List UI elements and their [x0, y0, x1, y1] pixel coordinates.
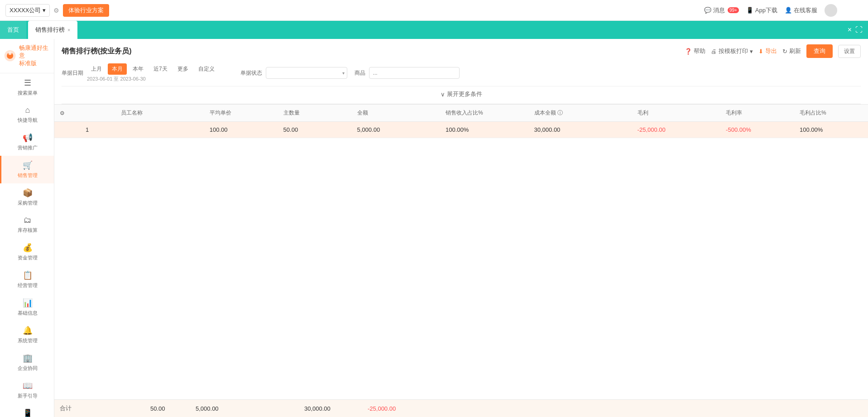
date-btn-自定义[interactable]: 自定义: [194, 63, 219, 75]
table-row: 1100.0050.005,000.00100.00%30,000.00-25,…: [54, 122, 868, 138]
cell-settings: [54, 122, 80, 138]
col-header-settings[interactable]: ⚙: [54, 105, 80, 122]
inventory-icon: 🗂: [24, 216, 32, 225]
sidebar-item-app-center[interactable]: 📱 应用中心: [0, 404, 54, 417]
enterprise-icon: 🏢: [23, 353, 33, 363]
tab-sales-ranking[interactable]: 销售排行榜 ×: [28, 21, 77, 39]
col-header-qty: 主数量: [278, 105, 352, 122]
sidebar-item-basic-info[interactable]: 📊 基础信息: [0, 293, 54, 321]
footer-sales-pct: [250, 405, 304, 412]
date-range: 2023-06-01 至 2023-06-30: [87, 76, 219, 82]
sidebar-item-search[interactable]: ☰ 搜索菜单: [0, 73, 54, 101]
service-icon: 👤: [785, 7, 792, 14]
sidebar-logo: 畅康通好生意 标准版: [0, 39, 54, 73]
system-label: 系统管理: [18, 337, 38, 344]
cell-gross: -25,000.00: [632, 122, 721, 138]
filter-bar: 单据日期 上月本月本年近7天更多自定义 2023-06-01 至 2023-06…: [62, 63, 861, 104]
date-btn-本月[interactable]: 本月: [108, 63, 127, 75]
header-right: 💬 消息 99+ 📱 App下载 👤 在线客服: [704, 4, 863, 17]
date-btn-更多[interactable]: 更多: [173, 63, 192, 75]
status-select[interactable]: [266, 67, 347, 79]
export-icon: ⬇: [758, 48, 763, 55]
marketing-icon: 📢: [23, 133, 33, 143]
status-filter: 单据状态 ▾: [240, 67, 347, 79]
col-header-sales_pct: 销售收入占比%: [440, 105, 529, 122]
date-btn-本年[interactable]: 本年: [129, 63, 148, 75]
tab-home[interactable]: 首页: [0, 21, 26, 39]
print-icon: 🖨: [711, 48, 717, 55]
table-head: ⚙员工名称平均单价主数量全额销售收入占比%成本全额 ⓘ毛利毛利率毛利占比%: [54, 105, 868, 122]
page-title-row: 销售排行榜(按业务员) ❓ 帮助 🖨 按模板打印 ▾ ⬇ 导出: [62, 44, 861, 58]
sidebar-item-guide[interactable]: 📖 新手引导: [0, 376, 54, 404]
sidebar-item-system[interactable]: 🔔 系统管理: [0, 321, 54, 349]
sidebar-item-marketing[interactable]: 📢 营销推广: [0, 128, 54, 156]
footer-qty: 50.00: [150, 405, 196, 412]
expand-button[interactable]: ∨ 展开更多条件: [62, 86, 861, 98]
export-button[interactable]: ⬇ 导出: [758, 47, 777, 55]
date-filter: 单据日期 上月本月本年近7天更多自定义 2023-06-01 至 2023-06…: [62, 63, 219, 82]
cell-avg-price: 100.00: [204, 122, 278, 138]
data-table: ⚙员工名称平均单价主数量全额销售收入占比%成本全额 ⓘ毛利毛利率毛利占比% 11…: [54, 105, 868, 138]
print-dropdown-icon: ▾: [750, 48, 753, 55]
settings-icon[interactable]: ⚙: [53, 7, 59, 14]
print-button[interactable]: 🖨 按模板打印 ▾: [711, 47, 753, 55]
footer-values: 50.00 5,000.00 30,000.00 -25,000.00: [96, 405, 863, 412]
footer-cost: 30,000.00: [304, 405, 368, 412]
app-download-button[interactable]: 📱 App下载: [746, 6, 777, 14]
status-label: 单据状态: [240, 69, 262, 77]
svg-point-2: [9, 52, 12, 55]
marketing-label: 营销推广: [18, 144, 38, 151]
sidebar-item-purchase[interactable]: 📦 采购管理: [0, 183, 54, 211]
table-container: ⚙员工名称平均单价主数量全额销售收入占比%成本全额 ⓘ毛利毛利率毛利占比% 11…: [54, 105, 868, 399]
refresh-button[interactable]: ↻ 刷新: [782, 47, 801, 55]
finance-icon: 💰: [23, 243, 33, 253]
cell-margin: -500.00%: [720, 122, 794, 138]
sidebar-item-enterprise[interactable]: 🏢 企业协同: [0, 349, 54, 376]
avatar[interactable]: [825, 4, 837, 17]
purchase-label: 采购管理: [18, 200, 38, 206]
col-header-rank: [80, 105, 115, 122]
sidebar-item-operations[interactable]: 📋 经营管理: [0, 266, 54, 293]
message-label: 消息: [713, 6, 725, 14]
footer-label: 合计: [60, 404, 96, 412]
table-header-row: ⚙员工名称平均单价主数量全额销售收入占比%成本全额 ⓘ毛利毛利率毛利占比%: [54, 105, 868, 122]
date-buttons: 上月本月本年近7天更多自定义 2023-06-01 至 2023-06-30: [87, 63, 219, 82]
search-label: 搜索菜单: [18, 90, 38, 96]
query-button[interactable]: 查询: [806, 44, 833, 58]
content-area: 销售排行榜(按业务员) ❓ 帮助 🖨 按模板打印 ▾ ⬇ 导出: [54, 39, 868, 417]
sidebar-item-finance[interactable]: 💰 资金管理: [0, 238, 54, 266]
enterprise-label: 企业协同: [18, 365, 38, 372]
date-btn-近7天[interactable]: 近7天: [149, 63, 172, 75]
close-window-icon[interactable]: ×: [848, 26, 852, 34]
filter-row-1: 单据日期 上月本月本年近7天更多自定义 2023-06-01 至 2023-06…: [62, 63, 861, 82]
settings-button[interactable]: 设置: [838, 45, 861, 58]
table-footer: 合计 50.00 5,000.00 30,000.00 -25,000.00: [54, 399, 868, 417]
tab-close-icon[interactable]: ×: [67, 27, 70, 33]
guide-icon: 📖: [23, 381, 33, 391]
date-btn-上月[interactable]: 上月: [87, 63, 106, 75]
operations-icon: 📋: [23, 270, 33, 280]
trial-button[interactable]: 体验行业方案: [63, 4, 109, 17]
col-header-avg_price: 平均单价: [204, 105, 278, 122]
finance-label: 资金管理: [18, 254, 38, 261]
maximize-icon[interactable]: ⛶: [855, 26, 863, 34]
online-service-button[interactable]: 👤 在线客服: [785, 6, 817, 14]
logo-icon: [4, 48, 16, 63]
company-dropdown-icon: ▾: [43, 7, 46, 14]
basic-info-label: 基础信息: [18, 310, 38, 316]
cell-sales-pct: 100.00%: [440, 122, 529, 138]
goods-input[interactable]: [369, 67, 460, 79]
sidebar-item-inventory[interactable]: 🗂 库存核算: [0, 211, 54, 238]
help-button[interactable]: ❓ 帮助: [685, 47, 705, 55]
company-selector[interactable]: XXXXX公司 ▾: [5, 4, 50, 17]
sidebar-item-sales[interactable]: 🛒 销售管理: [0, 156, 54, 183]
help-icon: ❓: [685, 48, 692, 55]
messages-button[interactable]: 💬 消息 99+: [704, 6, 739, 14]
main-layout: 畅康通好生意 标准版 ☰ 搜索菜单 ⌂ 快捷导航 📢 营销推广 🛒 销售管理 📦…: [0, 39, 868, 417]
col-header-cost: 成本全额 ⓘ: [529, 105, 632, 122]
sidebar-item-quick-nav[interactable]: ⌂ 快捷导航: [0, 101, 54, 128]
cell-rank: 1: [80, 122, 115, 138]
col-header-gross_pct: 毛利占比%: [794, 105, 868, 122]
guide-label: 新手引导: [18, 393, 38, 399]
footer-gross: -25,000.00: [368, 405, 422, 412]
